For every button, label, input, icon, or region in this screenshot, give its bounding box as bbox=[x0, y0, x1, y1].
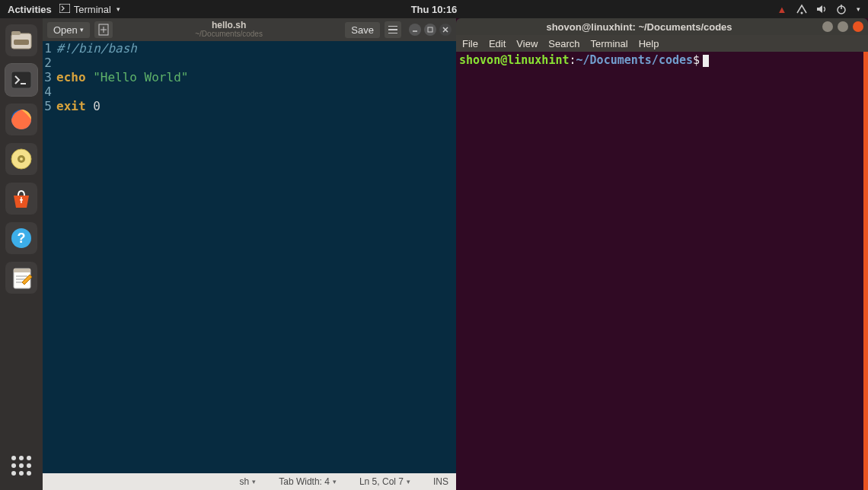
save-button[interactable]: Save bbox=[345, 22, 380, 38]
prompt-path: ~/Documents/codes bbox=[576, 53, 694, 67]
app-menu[interactable]: Terminal ▾ bbox=[59, 4, 120, 15]
terminal-maximize-button[interactable] bbox=[838, 21, 848, 32]
apps-grid-icon bbox=[11, 456, 31, 476]
svg-rect-5 bbox=[11, 31, 21, 35]
rhythmbox-launcher[interactable] bbox=[5, 143, 37, 175]
system-menu-chevron-icon[interactable]: ▾ bbox=[857, 5, 860, 13]
line-number-gutter: 1 2 3 4 5 bbox=[43, 41, 55, 473]
show-applications[interactable] bbox=[6, 450, 37, 481]
menu-terminal[interactable]: Terminal bbox=[591, 38, 628, 49]
tab-width-selector[interactable]: Tab Width: 4▾ bbox=[279, 476, 337, 487]
menu-help[interactable]: Help bbox=[639, 38, 659, 49]
power-icon[interactable] bbox=[835, 3, 847, 15]
gedit-headerbar: Open ▾ hello.sh ~/Documents/codes Save bbox=[43, 18, 456, 41]
svg-rect-7 bbox=[11, 72, 31, 88]
cursor-position[interactable]: Ln 5, Col 7▾ bbox=[359, 476, 410, 487]
prompt-user: shovon@linuxhint bbox=[459, 53, 570, 67]
menu-search[interactable]: Search bbox=[548, 38, 579, 49]
gedit-statusbar: sh▾ Tab Width: 4▾ Ln 5, Col 7▾ INS bbox=[43, 473, 456, 490]
language-selector[interactable]: sh▾ bbox=[240, 476, 257, 487]
terminal-titlebar: shovon@linuxhint: ~/Documents/codes bbox=[456, 18, 868, 35]
svg-point-1 bbox=[801, 12, 803, 14]
software-launcher[interactable] bbox=[5, 183, 37, 215]
terminal-launcher[interactable] bbox=[5, 64, 37, 96]
menu-view[interactable]: View bbox=[516, 38, 538, 49]
editor-area[interactable]: 1 2 3 4 5 #!/bin/bash echo "Hello World"… bbox=[43, 41, 456, 473]
open-button[interactable]: Open ▾ bbox=[47, 22, 90, 38]
terminal-window: shovon@linuxhint: ~/Documents/codes File… bbox=[456, 18, 868, 490]
document-path: ~/Documents/codes bbox=[195, 30, 263, 39]
menu-file[interactable]: File bbox=[462, 38, 478, 49]
dock: ? bbox=[0, 18, 43, 490]
volume-icon[interactable] bbox=[815, 3, 828, 15]
network-icon[interactable] bbox=[796, 3, 808, 15]
new-tab-icon bbox=[98, 24, 109, 36]
svg-rect-0 bbox=[59, 4, 70, 13]
hamburger-menu-button[interactable] bbox=[385, 21, 401, 38]
files-launcher[interactable] bbox=[5, 24, 37, 56]
svg-point-12 bbox=[20, 158, 23, 161]
app-menu-label: Terminal bbox=[74, 4, 111, 15]
svg-rect-26 bbox=[428, 27, 432, 32]
terminal-body[interactable]: shovon@linuxhint:~/Documents/codes$ bbox=[456, 52, 868, 490]
gedit-window: Open ▾ hello.sh ~/Documents/codes Save 1… bbox=[43, 18, 456, 490]
svg-text:?: ? bbox=[18, 231, 26, 246]
svg-rect-14 bbox=[21, 197, 22, 203]
terminal-menubar: File Edit View Search Terminal Help bbox=[456, 35, 868, 52]
chevron-down-icon: ▾ bbox=[116, 5, 120, 13]
open-button-label: Open bbox=[53, 24, 78, 36]
firefox-launcher[interactable] bbox=[5, 103, 37, 135]
terminal-title: shovon@linuxhint: ~/Documents/codes bbox=[461, 21, 818, 33]
clock[interactable]: Thu 10:16 bbox=[411, 4, 458, 15]
prompt-sep: : bbox=[570, 53, 576, 67]
new-document-button[interactable] bbox=[94, 21, 113, 38]
help-launcher[interactable]: ? bbox=[5, 222, 37, 254]
text-editor-launcher[interactable] bbox=[5, 262, 37, 294]
window-minimize-button[interactable] bbox=[409, 24, 421, 36]
insert-mode[interactable]: INS bbox=[433, 476, 448, 487]
svg-rect-6 bbox=[14, 40, 29, 45]
activities-button[interactable]: Activities bbox=[8, 4, 52, 15]
svg-rect-18 bbox=[14, 269, 30, 272]
top-panel: Activities Terminal ▾ Thu 10:16 ▲ ▾ bbox=[0, 0, 868, 18]
terminal-indicator-icon bbox=[59, 4, 70, 15]
window-maximize-button[interactable] bbox=[424, 24, 436, 36]
warning-icon[interactable]: ▲ bbox=[776, 3, 788, 15]
chevron-down-icon: ▾ bbox=[80, 26, 84, 33]
terminal-cursor bbox=[703, 55, 709, 67]
window-close-button[interactable] bbox=[439, 24, 452, 36]
terminal-minimize-button[interactable] bbox=[822, 21, 833, 32]
menu-edit[interactable]: Edit bbox=[489, 38, 506, 49]
prompt-dollar: $ bbox=[693, 53, 700, 67]
terminal-close-button[interactable] bbox=[853, 21, 863, 32]
code-content[interactable]: #!/bin/bash echo "Hello World" exit 0 bbox=[55, 41, 188, 473]
